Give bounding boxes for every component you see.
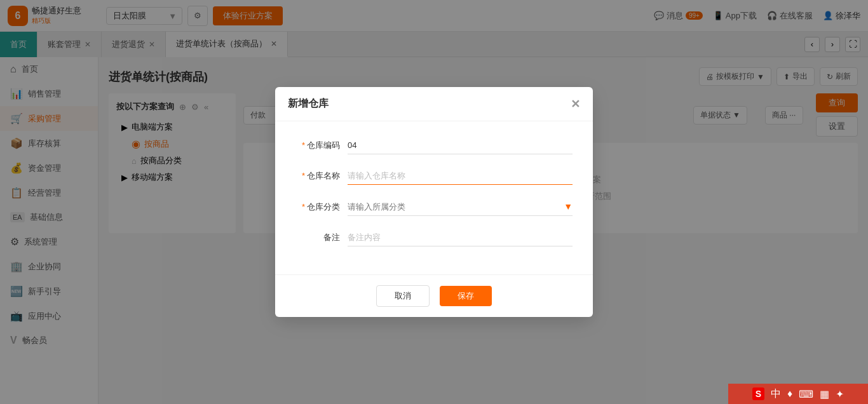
note-input[interactable]: [348, 229, 573, 246]
code-input[interactable]: [348, 137, 573, 154]
modal-title: 新增仓库: [288, 97, 329, 111]
category-input[interactable]: [348, 202, 564, 212]
category-arrow-icon: ▼: [564, 201, 573, 212]
note-label: 备注: [295, 232, 340, 243]
name-input[interactable]: [348, 167, 573, 185]
new-warehouse-modal: 新增仓库 ✕ 仓库编码 仓库名称 仓库分类 ▼ 备注 取消 保存: [275, 87, 593, 317]
diamond-icon[interactable]: ♦: [787, 388, 792, 400]
category-label: 仓库分类: [295, 201, 340, 213]
form-row-code: 仓库编码: [295, 137, 573, 154]
modal-body: 仓库编码 仓库名称 仓库分类 ▼ 备注: [275, 121, 593, 274]
chinese-icon[interactable]: 中: [771, 387, 781, 401]
modal-close-button[interactable]: ✕: [571, 98, 580, 110]
category-select[interactable]: ▼: [348, 198, 573, 216]
bottom-bar: S 中 ♦ ⌨ ▦ ✦: [728, 384, 868, 404]
cancel-button[interactable]: 取消: [376, 285, 430, 307]
code-label: 仓库编码: [295, 140, 340, 151]
grid-icon[interactable]: ▦: [820, 388, 829, 400]
form-row-name: 仓库名称: [295, 167, 573, 185]
form-row-note: 备注: [295, 229, 573, 246]
modal-footer: 取消 保存: [275, 274, 593, 317]
star-icon[interactable]: ✦: [836, 388, 844, 400]
keyboard-icon[interactable]: ⌨: [799, 388, 813, 400]
s-logo-icon: S: [752, 387, 764, 400]
name-label: 仓库名称: [295, 170, 340, 182]
form-row-category: 仓库分类 ▼: [295, 198, 573, 216]
save-button[interactable]: 保存: [440, 286, 492, 306]
modal-header: 新增仓库 ✕: [275, 87, 593, 121]
